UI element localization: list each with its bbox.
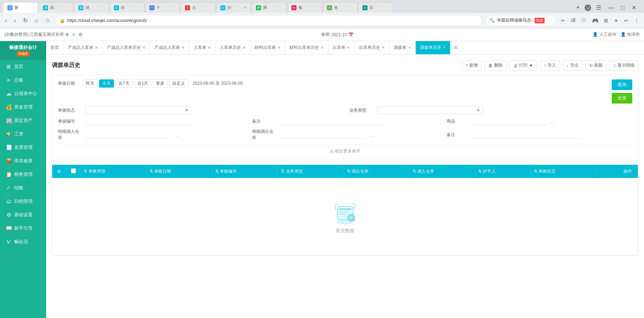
new-button[interactable]: + 新增 (462, 60, 482, 71)
page-tab-in-history-close[interactable]: ✕ (242, 45, 246, 50)
biztype-select[interactable]: ▼ (377, 106, 484, 114)
brightness-icon[interactable]: ☀ (612, 16, 621, 25)
page-tab-material-out[interactable]: 材料出库单 ✕ (250, 41, 285, 55)
browser-tab-close-7[interactable]: ✕ (244, 6, 247, 10)
browser-tab-5[interactable]: 个 个 (145, 2, 180, 13)
user-service-link[interactable]: 👤 人工咨询 (593, 32, 616, 38)
print-button[interactable]: 🖨 打印 ▼ (509, 60, 537, 71)
page-tab-transfer-history-close[interactable]: ✕ (443, 45, 446, 50)
refresh-button[interactable]: ↻ 刷新 (585, 60, 607, 71)
page-tab-out-history[interactable]: 出库单历史 ✕ (355, 41, 389, 55)
page-tab-transfer-history[interactable]: 调拨单历史 ✕ (416, 41, 451, 55)
table-header-doc-type[interactable]: ⇅ 单账类型 (81, 165, 146, 178)
table-header-doc-date[interactable]: ⇅ 单账日期 (146, 165, 212, 178)
table-header-doc-status[interactable]: ⇅ 单账状态 (531, 165, 596, 178)
page-tab-in-order-close[interactable]: ✕ (208, 45, 211, 50)
home-button[interactable]: ⌂ (33, 16, 40, 25)
sidebar-item-basic[interactable]: ⚙ 基础设置 (0, 208, 46, 222)
tab-menu-button[interactable]: ☰ (594, 3, 603, 12)
sidebar-item-invoice[interactable]: 🧾 发票管理 (0, 141, 46, 154)
page-tab-product-in2[interactable]: 产成品入库单 ✕ (150, 41, 189, 55)
page-tab-transfer[interactable]: 调拨单 ✕ (389, 41, 416, 55)
grid-icon[interactable]: ⊞ (602, 16, 610, 25)
page-tab-in-history[interactable]: 入库单历史 ✕ (215, 41, 250, 55)
page-tab-product-in-history[interactable]: 产成品入库单历史 ✕ (103, 41, 150, 55)
date-btn-yesterday[interactable]: 昨天 (83, 79, 98, 88)
sidebar-item-ledger[interactable]: ≡ 总账 (0, 73, 46, 87)
detail-out-input[interactable] (280, 131, 365, 139)
table-header-doc-no[interactable]: ⇅ 单账编号 (212, 165, 278, 178)
browser-tab-6[interactable]: C 企 (180, 2, 216, 13)
browser-tab-10[interactable]: 各 各 (322, 2, 358, 13)
page-tab-material-out-history[interactable]: 材料出库单历史 ✕ (285, 41, 328, 55)
page-tab-product-in-close[interactable]: ✕ (95, 45, 98, 50)
date-btn-7days[interactable]: 近7天 (115, 79, 133, 88)
close-window-button[interactable]: ✕ (629, 3, 638, 12)
detail-in-input[interactable] (86, 131, 171, 139)
page-tab-product-in-history-close[interactable]: ✕ (142, 45, 146, 50)
date-btn-custom[interactable]: 自定义 (169, 79, 188, 88)
table-header-out-warehouse[interactable]: ⇅ 调出仓库 (344, 165, 409, 178)
user-avatar[interactable]: 👤 徐泽华 (621, 32, 640, 38)
bookmark-button[interactable]: ☆ (43, 16, 52, 25)
table-header-biz-type[interactable]: ⇅ 业务类型 (278, 165, 344, 178)
sidebar-item-close[interactable]: ✓ 结账 (0, 181, 46, 195)
shield-icon[interactable]: 🛡 (579, 16, 589, 25)
export-button[interactable]: ↓ 导出 (563, 60, 583, 71)
menu-icon[interactable]: ⋮ (632, 16, 641, 25)
minimize-button[interactable]: — (606, 3, 616, 12)
sidebar-item-report[interactable]: ☁ 云报表中心 (0, 87, 46, 100)
table-settings-icon[interactable]: ⚙ (57, 169, 61, 174)
maximize-button[interactable]: □ (619, 3, 627, 12)
page-tab-product-in[interactable]: 产成品入库单 ✕ (64, 41, 103, 55)
table-header-handler[interactable]: ⇅ 经手人 (475, 165, 531, 178)
refresh-button[interactable]: ↻ (21, 16, 30, 25)
table-header-checkbox[interactable] (66, 165, 81, 178)
settings-button[interactable]: ⚙ (78, 32, 83, 37)
collapse-button[interactable]: ⋀ 收起更多条件 (58, 147, 632, 156)
detail-out-more-icon[interactable]: … (368, 132, 376, 138)
page-tab-material-out-close[interactable]: ✕ (277, 45, 280, 50)
query-button[interactable]: 查询 (612, 79, 632, 90)
browser-tab-8[interactable]: 腾 腾 (251, 2, 287, 13)
page-tab-material-out-history-close[interactable]: ✕ (321, 45, 324, 50)
search-bar[interactable]: 🔍 学霸应聘场驱鸟员 热搜 (485, 15, 556, 26)
date-btn-1month[interactable]: 近1月 (134, 79, 152, 88)
docno-input[interactable] (86, 118, 192, 125)
address-bar[interactable]: 🔒 https://cloud.chanjet.com/accounting/u… (55, 15, 482, 26)
select-all-checkbox[interactable] (71, 168, 76, 173)
detail-in-more-icon[interactable]: … (174, 132, 181, 138)
sidebar-item-asset[interactable]: 🏢 固定资产 (0, 114, 46, 127)
browser-tab-2[interactable]: 易 易 (38, 2, 74, 13)
goods-more-icon[interactable]: … (548, 119, 556, 124)
add-company-button[interactable]: + (72, 32, 75, 38)
company-selector[interactable]: (勿删勿禁用) 江西服宝测试专用 ▼ (4, 32, 69, 38)
browser-tab-1[interactable]: 新 新 (3, 2, 38, 13)
translate-icon[interactable]: 译 (569, 16, 578, 25)
page-tab-out-history-close[interactable]: ✕ (382, 45, 385, 50)
browser-tab-11[interactable]: S 目 (358, 2, 393, 13)
delete-button[interactable]: 🗑 删除 (485, 60, 507, 71)
browser-tab-7[interactable]: 好 好 ✕ (216, 2, 251, 13)
import-button[interactable]: ↑ 导入 (540, 60, 560, 71)
status-select[interactable]: ▼ (86, 106, 192, 114)
sidebar-item-tax[interactable]: 📋 税务管理 (0, 168, 46, 181)
remark-input[interactable] (280, 118, 386, 125)
browser-tab-4[interactable]: 好 好 (109, 2, 145, 13)
page-tab-out-order[interactable]: 出库单 ✕ (328, 41, 355, 55)
table-header-settings[interactable]: ⚙ (52, 165, 66, 178)
period-selector[interactable]: 账期 2021-10 📅 (321, 32, 354, 38)
page-tab-out-order-close[interactable]: ✕ (347, 45, 350, 50)
page-tab-home[interactable]: 首页 (46, 41, 64, 55)
settings-filter-button[interactable]: 设置 (612, 93, 632, 104)
date-btn-more[interactable]: 更多 (153, 79, 168, 88)
goods-input[interactable] (474, 118, 545, 125)
undo-icon[interactable]: ↩ (622, 16, 631, 25)
page-tab-product-in2-close[interactable]: ✕ (181, 45, 185, 50)
new-tab-button[interactable]: + (574, 2, 582, 13)
browser-tab-9[interactable]: M 畅 (287, 2, 322, 13)
browser-tab-3[interactable]: 易 易 (74, 2, 109, 13)
sidebar-item-fund[interactable]: 💰 资金管理 (0, 100, 46, 114)
scissors-icon[interactable]: ✂ (559, 16, 567, 25)
remark2-input[interactable] (474, 131, 581, 139)
